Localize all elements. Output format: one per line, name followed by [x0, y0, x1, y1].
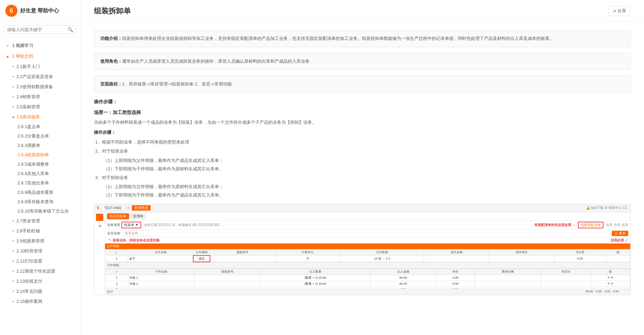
sidebar-item-video[interactable]: + 1.视频学习: [0, 40, 80, 51]
plus-icon: +: [12, 64, 14, 69]
search-icon[interactable]: 🔍: [67, 27, 73, 32]
sidebar-item-helpdoc[interactable]: ● 2.帮助文档: [0, 51, 80, 62]
ss-footer-total2: 0.00: [596, 290, 602, 294]
sidebar-sub-label: 2.15操作案例: [16, 298, 42, 304]
sidebar-sub-label: 2.6库存核算: [16, 114, 40, 120]
ss-section-header-child: 子件明细: [105, 262, 630, 269]
nav-section-1: + 1.视频学习: [0, 40, 80, 51]
step3-sub1: （1）上部明细为父件明细，最终作为原材料生成其它出库单；: [94, 183, 631, 190]
ss-date: 业务日期 2019-12-26: [144, 223, 175, 227]
nav-section-2: ● 2.帮助文档 + 2.1新手入门 + 2.2产品安装及登录 + 2.3使用前…: [0, 51, 80, 306]
role-text: 通常由生产人员或库管人员完成拆装业务的操作，库管人员确认原材料的出库和产成品的入…: [122, 59, 310, 64]
sidebar-item-install[interactable]: + 2.2产品安装及登录: [0, 72, 80, 82]
sidebar-item-cost-recalc[interactable]: 2.6.8商品成本重算: [0, 188, 80, 197]
step3: 3、对于拆卸业务: [94, 174, 631, 181]
scenario1-ops-label: 操作步骤：: [94, 128, 631, 136]
screenshot-wrap: 6 TEST-H002 ⚙ 新增单据 🔔 App下载 ⚙ 帮助中心 CC 自营: [94, 204, 631, 295]
func-intro-block: 功能介绍：组装拆卸单用来处理企业组装或拆卸等加工业务，支持有固定装配清单的产品加…: [94, 30, 631, 47]
ss-footer-text: 合计: [107, 290, 113, 294]
ss-company-select: TEST-H002: [101, 206, 125, 211]
sidebar-item-partcount[interactable]: 2.6.2分量盘点单: [0, 131, 80, 141]
ss-footer-total1: 89.00: [586, 290, 593, 294]
plus-icon: +: [12, 95, 14, 99]
sidebar-item-personalize[interactable]: + 2.12系统个性化设置: [0, 266, 80, 276]
sidebar-item-inventory[interactable]: ● 2.6库存核算: [0, 112, 80, 122]
logo-area: 6 好生意 帮助中心: [0, 0, 80, 22]
sidebar-item-payment[interactable]: + 2.13在线支付: [0, 276, 80, 286]
sidebar-sub-label: 2.1新手入门: [16, 64, 40, 70]
sidebar-item-print[interactable]: + 2.11打印设置: [0, 256, 80, 266]
sidebar-item-cost-adj[interactable]: 2.6.5成本调整单: [0, 160, 80, 169]
sidebar-sub-label: 2.4销售管理: [16, 94, 40, 100]
sidebar-item-purchase[interactable]: + 2.5采购管理: [0, 102, 80, 112]
ss-footer: 合计 89.00 0.00 0.00 0.00: [105, 289, 630, 295]
step2-sub2: （2）下部明细为子件明细，最终作为原材料生成其它出库单。: [94, 165, 631, 173]
sidebar-item-sales[interactable]: + 2.4销售管理: [0, 92, 80, 102]
ss-icons-area: 🔔 App下载 ⚙ 帮助中心 CC: [586, 206, 628, 210]
share-label: 分享: [618, 8, 626, 14]
nav-tree: + 1.视频学习 ● 2.帮助文档 + 2.1新手入门 + 2.2产品安装及登录…: [0, 38, 80, 335]
ss-no: 单据编号 AD-20191226-001: [178, 223, 220, 227]
top-bar: 组装拆卸单 ↗ 分享: [80, 0, 644, 22]
main-content: 组装拆卸单 ↗ 分享 功能介绍：组装拆卸单用来处理企业组装或拆卸等加工业务，支持…: [80, 0, 644, 335]
step3-sub2: （2）下部明细为子件明细，最终作为产成品生成其它入库单。: [94, 191, 631, 199]
path-block: 页面路径：1、库存核算->库存管理->组装拆卸单 2、首页->常用功能: [94, 75, 631, 93]
plus-icon: +: [12, 105, 14, 109]
ss-child-table: ✓ 子件名称 规格型号 出入数量 出入金额 单价 费用分摊 对应M 操: [105, 269, 630, 289]
sidebar-item-stocktake[interactable]: 2.6.1盘点单: [0, 122, 80, 131]
sidebar-item-other-out[interactable]: 2.6.7其他出库单: [0, 178, 80, 188]
sidebar-item-label: 2.帮助文档: [12, 53, 33, 59]
sidebar-sub-label: 2.13在线支付: [16, 278, 42, 284]
ss-new-doc-btn: 新增单据: [132, 205, 151, 211]
ss-logo: 6: [97, 206, 99, 210]
ss-parent-table: ✓ 父件名称 父件编码 规格型号 计量单位 父件数量 成本金额 成本单价 可出售: [105, 249, 630, 262]
ss-annotation3: 启用处理 ↙: [610, 238, 628, 243]
plus-icon: +: [12, 279, 14, 284]
sidebar-item-cases[interactable]: + 2.15操作案例: [0, 296, 80, 306]
logo-icon: 6: [5, 5, 17, 17]
ss-settings-icon: ⚙: [127, 206, 130, 210]
search-wrap: 🔍: [4, 25, 76, 34]
plus-icon: +: [12, 85, 14, 89]
share-button[interactable]: ↗ 分享: [608, 6, 631, 16]
sidebar-sub-label: 2.7资金管理: [16, 218, 40, 224]
minus-icon: ●: [5, 54, 10, 59]
search-input[interactable]: [7, 27, 67, 32]
ss-sub-section-label: 子件明细: [107, 263, 119, 268]
sidebar-item-stock-query[interactable]: 2.6.9库存账本查询: [0, 197, 80, 207]
sidebar-item-label: 1.视频学习: [12, 43, 33, 49]
sidebar-item-finance[interactable]: + 2.7资金管理: [0, 216, 80, 226]
role-label: 使用角色：: [100, 59, 122, 64]
ss-tab-new: 新增单: [130, 213, 146, 219]
sidebar-item-other-in[interactable]: 2.6.6其他入库单: [0, 169, 80, 178]
sidebar-item-coupon[interactable]: + 2.9优惠券管理: [0, 236, 80, 246]
ss-section-label: 父件明细: [107, 244, 119, 248]
sidebar-sub-label: 2.9优惠券管理: [16, 238, 44, 244]
share-icon: ↗: [612, 9, 616, 14]
plus-icon: +: [12, 74, 14, 79]
plus-icon: +: [12, 259, 14, 264]
screenshot-image: 6 TEST-H002 ⚙ 新增单据 🔔 App下载 ⚙ 帮助中心 CC 自营: [94, 204, 630, 295]
sidebar-item-transfer[interactable]: 2.6.3调拨单: [0, 141, 80, 150]
ss-left-nav: 自营: [94, 212, 105, 295]
sidebar-item-mobile[interactable]: + 2.8手机旺铺: [0, 226, 80, 236]
ss-action-btns: 仓库 合并 关闭: [606, 223, 628, 227]
ss-type-select: 组装单 ▼: [121, 222, 141, 228]
step2: 2、对于组装业务: [94, 147, 631, 155]
sidebar-item-assembly[interactable]: 2.6.4组装拆卸单: [0, 150, 80, 160]
sidebar-sub-label: 2.5采购管理: [16, 104, 40, 110]
plus-icon: +: [12, 219, 14, 223]
sidebar-item-faq[interactable]: + 2.14常见问题: [0, 286, 80, 296]
sidebar: 6 好生意 帮助中心 🔍 + 1.视频学习 ● 2.帮助文档 + 2.1新手入门: [0, 0, 80, 335]
ss-annotation2: ↖ 组装业务、拆卸业务在这里切换: [108, 238, 160, 243]
sidebar-item-dataprep[interactable]: + 2.3使用前数据准备: [0, 82, 80, 92]
sidebar-item-ops[interactable]: + 2.10经营管理: [0, 246, 80, 256]
plus-icon: +: [12, 229, 14, 233]
sidebar-sub-label: 2.2产品安装及登录: [16, 74, 53, 80]
step2-sub1: （1）上部明细为父件明细，最终作为产成品生成其它入库单；: [94, 157, 631, 164]
logo-text: 好生意 帮助中心: [20, 7, 59, 14]
ss-section-header-parent: 父件明细: [105, 243, 630, 249]
sidebar-item-stock-fix[interactable]: 2.6.10库存账本错了怎么办: [0, 207, 80, 216]
sidebar-item-newbie[interactable]: + 2.1新手入门: [0, 62, 80, 72]
plus-icon: +: [12, 239, 14, 243]
